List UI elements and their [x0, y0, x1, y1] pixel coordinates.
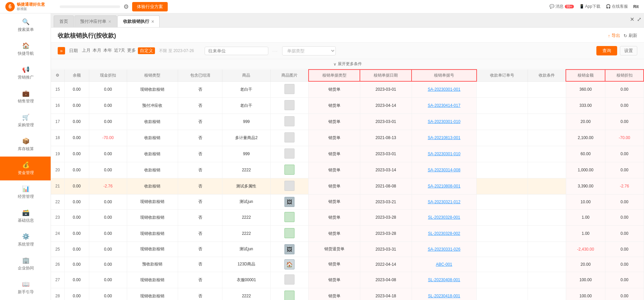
data-table: ⚙ 余额 现金折扣 核销类型 包含已结清 商品 商品图片 核销单据类型 核销单据… — [51, 69, 644, 300]
verify-amount: 1.00 — [566, 225, 605, 242]
table-row: 280.000.00现销收款核销否2222销货单2023-04-18SL-202… — [51, 288, 644, 300]
verify-bill-no[interactable]: SL-20230328-002 — [412, 225, 477, 242]
tab-prepay[interactable]: 预付冲应付单 × — [74, 15, 117, 27]
balance: 0.00 — [64, 194, 89, 209]
verify-bill-no[interactable]: SA-20210808-001 — [412, 178, 477, 194]
sidebar-item-finance[interactable]: 💰 资金管理 — [0, 157, 51, 180]
goods: 测试多属性 — [222, 178, 270, 194]
tab-close-all-button[interactable]: ✕ — [630, 16, 634, 23]
sidebar-item-basic[interactable]: 🗃️ 基础信息 — [0, 204, 51, 228]
refresh-button[interactable]: ↻ 刷新 — [624, 33, 637, 39]
tab-prepay-close[interactable]: × — [108, 19, 111, 24]
search-icon: 🔍 — [22, 18, 30, 26]
row-num: 17 — [51, 114, 64, 130]
app-name: 畅捷通谱好生意 标准版 — [17, 2, 45, 11]
verify-bill-no[interactable]: SL-20230328-001 — [412, 209, 477, 225]
balance: 0.00 — [64, 257, 89, 272]
sidebar-item-sales[interactable]: 💼 销售管理 — [0, 85, 51, 109]
tab-actions: ✕ ⤢ — [630, 16, 641, 23]
verify-bill-no[interactable]: SL-20230418-001 — [412, 288, 477, 300]
user-label[interactable]: Rit — [633, 4, 639, 9]
verify-bill-no[interactable]: SA-20230414-017 — [412, 97, 477, 114]
setting-button[interactable]: 设置 — [620, 46, 637, 55]
goods-img: 🖼 — [270, 194, 309, 209]
receipt-condition — [528, 130, 566, 146]
verify-bill-type: 销货单 — [309, 272, 360, 288]
verify-bill-date: 2021-08-08 — [360, 178, 412, 194]
row-num: 18 — [51, 130, 64, 146]
verify-amount: 100.00 — [566, 288, 605, 300]
sidebar-item-enterprise[interactable]: 🏢 企业协同 — [0, 252, 51, 276]
verify-bill-no[interactable]: ABC-001 — [412, 257, 477, 272]
gear-icon[interactable]: ⚙ — [123, 3, 129, 10]
expand-more-button[interactable]: ∨ 展开更多条件 — [333, 61, 362, 67]
verify-bill-no[interactable]: SL-20230408-001 — [412, 272, 477, 288]
sales-icon: 💼 — [22, 90, 30, 97]
tab-home[interactable]: 首页 — [54, 15, 74, 27]
partner-input[interactable] — [205, 47, 268, 55]
goods-img — [270, 97, 309, 114]
filter-expand-arrow[interactable]: » — [58, 47, 65, 54]
balance: 0.00 — [64, 146, 89, 162]
export-button[interactable]: ↑ 导出 — [608, 33, 621, 39]
tab-receipt[interactable]: 收款核销执行 × — [117, 15, 160, 27]
cash-discount: 0.00 — [89, 272, 127, 288]
verify-amount: 360.00 — [566, 81, 605, 97]
receipt-condition — [528, 242, 566, 257]
query-button[interactable]: 查询 — [596, 46, 617, 55]
sidebar-item-business[interactable]: 📊 经营管理 — [0, 180, 51, 204]
cash-discount: 0.00 — [89, 257, 127, 272]
th-setting[interactable]: ⚙ — [51, 70, 64, 81]
receipt-condition — [528, 114, 566, 130]
verify-bill-no[interactable]: SA-20230314-008 — [412, 162, 477, 178]
chevron-down-icon: ∨ — [333, 62, 336, 67]
verify-amount: 100.00 — [566, 272, 605, 288]
verify-bill-no[interactable]: SA-20230301-001 — [412, 81, 477, 97]
tab-expand-button[interactable]: ⤢ — [637, 16, 641, 23]
verify-type: 收款核销 — [127, 178, 178, 194]
th-balance: 余额 — [64, 70, 89, 81]
industry-solution-button[interactable]: 体验行业方案 — [132, 2, 168, 11]
date-link-last-month[interactable]: 上月 — [82, 47, 91, 54]
online-service-link[interactable]: 🎧 在线客服 — [606, 4, 628, 9]
page-title: 收款核销执行(按收款) — [58, 32, 116, 40]
table-wrapper[interactable]: ⚙ 余额 现金折扣 核销类型 包含已结清 商品 商品图片 核销单据类型 核销单据… — [51, 69, 644, 300]
tab-receipt-close[interactable]: × — [151, 19, 154, 24]
sidebar-item-shortcut[interactable]: 🏠 快捷导航 — [0, 37, 51, 61]
include-settled: 否 — [178, 194, 222, 209]
date-link-more[interactable]: 更多 — [127, 47, 136, 54]
date-link-custom[interactable]: 自定义 — [138, 47, 155, 54]
verify-bill-no[interactable]: SA-20210813-001 — [412, 130, 477, 146]
content-area: 首页 预付冲应付单 × 收款核销执行 × ✕ ⤢ 收款核销执行(按收款) — [51, 13, 644, 300]
bill-type-select[interactable]: 单据类型 — [282, 46, 336, 55]
row-num: 22 — [51, 194, 64, 209]
date-link-7days[interactable]: 近7天 — [114, 47, 125, 54]
date-link-this-year[interactable]: 本年 — [103, 47, 112, 54]
date-link-this-month[interactable]: 本月 — [93, 47, 101, 54]
receipt-order-no — [477, 257, 528, 272]
message-area[interactable]: 💬 消息 99+ — [549, 4, 574, 9]
verify-amount: 1.00 — [566, 209, 605, 225]
verify-bill-no[interactable]: SA-20230301-010 — [412, 146, 477, 162]
cash-discount: 0.00 — [89, 81, 127, 97]
goods-img — [270, 130, 309, 146]
verify-bill-no[interactable]: SA-20230321-012 — [412, 194, 477, 209]
receipt-condition — [528, 81, 566, 97]
app-download-link[interactable]: 📱 App下载 — [579, 4, 600, 9]
sidebar-item-guide[interactable]: 📖 新手引导 — [0, 276, 51, 300]
sidebar-item-marketing[interactable]: 📢 营销推广 — [0, 61, 51, 85]
verify-bill-no[interactable]: SA-20230301-010 — [412, 114, 477, 130]
sidebar-item-system[interactable]: ⚙️ 系统管理 — [0, 228, 51, 252]
th-verify-bill-date: 核销单据日期 — [360, 70, 412, 81]
verify-type: 预付冲应收 — [127, 97, 178, 114]
page-content: 收款核销执行(按收款) ↑ 导出 ↻ 刷新 » 日期 上月 — [51, 28, 644, 300]
sidebar-item-label: 库存核算 — [18, 146, 34, 152]
verify-bill-no[interactable]: SA-20230331-026 — [412, 242, 477, 257]
main-layout: 🔍 搜索菜单 🏠 快捷导航 📢 营销推广 💼 销售管理 🛒 采购管理 📦 库存核… — [0, 13, 644, 300]
sidebar-item-purchase[interactable]: 🛒 采购管理 — [0, 109, 51, 133]
sidebar-item-search[interactable]: 🔍 搜索菜单 — [0, 13, 51, 37]
verify-type: 收款核销 — [127, 146, 178, 162]
receipt-order-no — [477, 194, 528, 209]
sidebar-item-inventory[interactable]: 📦 库存核算 — [0, 133, 51, 157]
verify-bill-date: 2023-04-08 — [360, 272, 412, 288]
